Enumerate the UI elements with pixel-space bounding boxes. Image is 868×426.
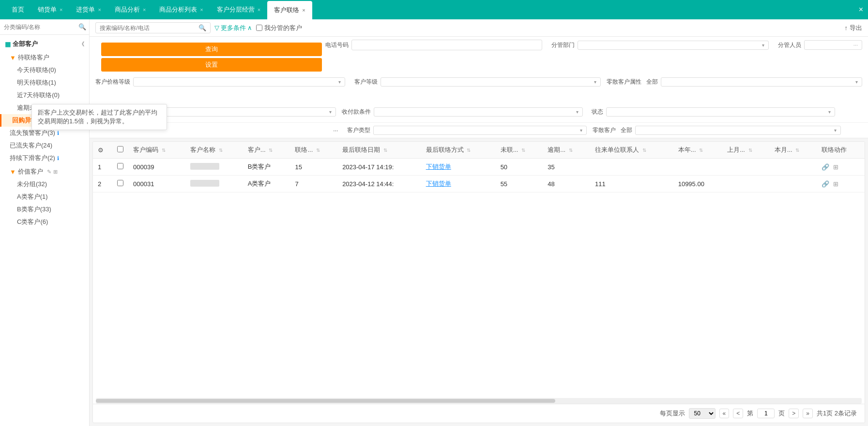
- col-code-sort-icon: ⇅: [162, 147, 166, 153]
- filter-phone-input[interactable]: [351, 40, 543, 50]
- sidebar-all-customers[interactable]: ▦ 全部客户 《: [0, 37, 89, 51]
- row1-last-contact-date: 2023-04-17 14:19:: [337, 159, 421, 176]
- filter-status: 状态 ▾: [589, 107, 835, 117]
- row2-current-year: 10995.00: [673, 176, 722, 192]
- col-current-month-header[interactable]: 本月... ⇅: [770, 142, 817, 159]
- row2-link-icon[interactable]: 🔗: [822, 180, 829, 188]
- row1-link-icon[interactable]: 🔗: [822, 163, 829, 171]
- col-code-header[interactable]: 客户编码 ⇅: [128, 142, 185, 159]
- sidebar-leaf-7days[interactable]: 近7天待联络(0): [0, 89, 89, 102]
- sidebar-collapse-icon[interactable]: 《: [79, 41, 84, 48]
- settings-gear-icon[interactable]: ⚙: [98, 147, 104, 154]
- col-contact-person-header[interactable]: 往来单位联系人 ⇅: [590, 142, 673, 159]
- col-level-header[interactable]: 客户... ⇅: [243, 142, 290, 159]
- total-info: 共1页 2条记录: [817, 409, 857, 418]
- nav-product-analysis-list-close[interactable]: ×: [200, 7, 203, 13]
- filter-retail-customer-select[interactable]: ▾: [635, 126, 841, 135]
- filter-person-select[interactable]: ···: [804, 40, 862, 50]
- filter-action-buttons: 查询 设置: [95, 40, 322, 74]
- row2-grid-icon[interactable]: ⊞: [833, 180, 838, 188]
- tooltip-box: 距客户上次交易时长，超过了此客户的平均交易周期的1.5倍，则视为异常。: [31, 104, 167, 130]
- nav-home[interactable]: 首页: [5, 0, 31, 19]
- col-name-header[interactable]: 客户名称 ⇅: [185, 142, 243, 159]
- sidebar-section-pending-contact[interactable]: ▼ 待联络客户: [0, 51, 89, 64]
- nav-purchase-order[interactable]: 进货单 ×: [69, 0, 107, 19]
- filter-customer-level: 客户等级 ▾: [351, 77, 607, 87]
- col-overdue-header[interactable]: 逾期... ⇅: [543, 142, 590, 159]
- nav-sales-order[interactable]: 销货单 ×: [31, 0, 69, 19]
- select-all-checkbox[interactable]: [117, 146, 123, 152]
- table-scroll[interactable]: ⚙ 客户编码 ⇅ 客户名称: [93, 142, 865, 398]
- row2-last-contact-date: 2023-04-12 14:44:: [337, 176, 421, 192]
- sidebar-leaf-a-class[interactable]: A类客户(1): [0, 191, 89, 203]
- more-conditions-button[interactable]: ▽ 更多条件 ∧: [214, 24, 252, 32]
- col-level-sort-icon: ⇅: [269, 147, 273, 153]
- query-button[interactable]: 查询: [101, 43, 322, 56]
- filter-retail-attr-select[interactable]: ▾: [661, 77, 862, 87]
- close-all-button[interactable]: ×: [859, 5, 863, 14]
- filter-payment-select[interactable]: ▾: [374, 107, 582, 117]
- nav-sales-order-close[interactable]: ×: [60, 7, 62, 13]
- row1-select-checkbox[interactable]: [117, 163, 123, 169]
- col-checkbox-header: [112, 142, 128, 159]
- sidebar-churn-warning-info-icon[interactable]: ℹ: [57, 130, 59, 136]
- nav-customer-contact-close[interactable]: ×: [302, 7, 305, 13]
- sidebar-section-churned[interactable]: 已流失客户(24): [0, 139, 89, 152]
- row2-select-checkbox[interactable]: [117, 180, 123, 186]
- filter-price-level-select[interactable]: ▾: [133, 77, 345, 87]
- nav-customer-segmentation-close[interactable]: ×: [258, 7, 260, 13]
- export-button[interactable]: ↑ 导出: [845, 24, 863, 32]
- last-page-button[interactable]: »: [803, 409, 813, 418]
- main-search-input[interactable]: [100, 25, 197, 31]
- sidebar-search-icon[interactable]: 🔍: [78, 23, 86, 30]
- row1-grid-icon[interactable]: ⊞: [833, 163, 838, 171]
- col-last-contact-method-header[interactable]: 最后联络方式 ⇅: [421, 142, 496, 159]
- filter-customer-level-select[interactable]: ▾: [381, 77, 601, 87]
- filter-status-select[interactable]: ▾: [606, 107, 835, 117]
- sidebar-declining-info-icon[interactable]: ℹ: [57, 155, 59, 162]
- sidebar-leaf-ungroup[interactable]: 未分组(32): [0, 178, 89, 191]
- col-contact-header[interactable]: 联络... ⇅: [290, 142, 337, 159]
- page-size-select[interactable]: 50 10 20 100: [689, 408, 716, 419]
- row1-last-month: [722, 159, 770, 176]
- sidebar-leaf-c-class[interactable]: C类客户(6): [0, 216, 89, 228]
- page-number-input[interactable]: [757, 409, 775, 418]
- col-last-contact-date-header[interactable]: 最后联络日期 ⇅: [337, 142, 421, 159]
- col-last-month-sort-icon: ⇅: [748, 147, 752, 153]
- first-page-button[interactable]: «: [719, 409, 730, 418]
- settings-button[interactable]: 设置: [101, 58, 322, 72]
- nav-product-analysis[interactable]: 商品分析 ×: [108, 0, 152, 19]
- main-search-icon[interactable]: 🔍: [198, 24, 206, 31]
- filter-customer-type-select[interactable]: ▾: [373, 126, 586, 135]
- sidebar-value-edit-icon[interactable]: ✎: [47, 169, 51, 175]
- nav-purchase-order-close[interactable]: ×: [98, 7, 101, 13]
- nav-customer-segmentation[interactable]: 客户分层经营 ×: [210, 0, 267, 19]
- nav-product-analysis-close[interactable]: ×: [143, 7, 146, 13]
- col-current-year-header[interactable]: 本年... ⇅: [673, 142, 722, 159]
- col-name-sort-icon: ⇅: [219, 147, 223, 153]
- col-uncontacted-header[interactable]: 未联... ⇅: [496, 142, 543, 159]
- filter-dept-select[interactable]: ▾: [578, 41, 769, 50]
- row2-checkbox: [112, 176, 128, 192]
- horizontal-scrollbar[interactable]: [96, 398, 862, 404]
- col-last-month-header[interactable]: 上月... ⇅: [722, 142, 770, 159]
- row2-last-contact-method[interactable]: 下销货单: [421, 176, 496, 192]
- sidebar-section-value-customers[interactable]: 价值客户: [18, 167, 43, 176]
- sidebar-value-settings-icon[interactable]: ⊞: [53, 169, 58, 175]
- prev-page-button[interactable]: <: [733, 409, 743, 418]
- nav-customer-contact[interactable]: 客户联络 ×: [267, 1, 312, 19]
- next-page-button[interactable]: >: [789, 409, 799, 418]
- scrollbar-thumb[interactable]: [96, 399, 555, 403]
- row2-index: 2: [93, 176, 112, 192]
- sidebar-section-declining[interactable]: 持续下滑客户(2) ℹ: [0, 152, 89, 164]
- sidebar-leaf-tomorrow[interactable]: 明天待联络(1): [0, 76, 89, 89]
- my-customer-checkbox[interactable]: [256, 25, 262, 31]
- sidebar-leaf-today[interactable]: 今天待联络(0): [0, 64, 89, 76]
- nav-product-analysis-list[interactable]: 商品分析列表 ×: [152, 0, 210, 19]
- filter-bar: 🔍 ▽ 更多条件 ∧ 我分管的客户 ↑ 导出: [90, 19, 868, 37]
- row1-last-contact-method[interactable]: 下销货单: [421, 159, 496, 176]
- sidebar-search-input[interactable]: [4, 24, 76, 30]
- sidebar-leaf-b-class[interactable]: B类客户(33): [0, 203, 89, 216]
- pagination: 每页显示 50 10 20 100 « < 第 页 > » 共1页 2条记录: [93, 404, 865, 423]
- filter-phone: 电话号码: [322, 40, 548, 50]
